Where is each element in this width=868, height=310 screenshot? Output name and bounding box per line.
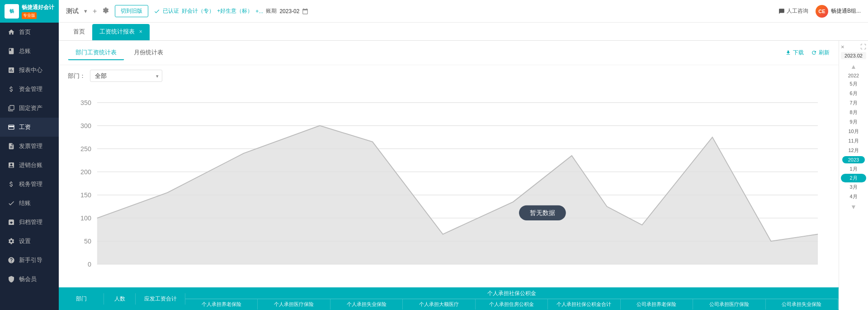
panel-close-icon[interactable]: ×: [841, 43, 844, 50]
svg-text:250: 250: [80, 145, 91, 153]
sidebar-item-settle[interactable]: 结账: [0, 194, 59, 213]
month-8[interactable]: 8月: [841, 108, 866, 117]
subtab-bar: 部门工资统计表 月份统计表 下载 刷新: [59, 41, 839, 65]
th-col-7: 公司承担养老保险: [621, 299, 693, 310]
content-area: 部门工资统计表 月份统计表 下载 刷新 部门：: [59, 41, 868, 310]
topbar-title: 测试: [66, 7, 79, 15]
year-2022-label: 2022: [848, 72, 859, 79]
sidebar-item-assets[interactable]: 固定资产: [0, 99, 59, 118]
topbar: 测试 ▾ + 切到旧版 已认证 好会计（专） +好生意（标） +... 账期 2…: [59, 0, 868, 23]
tax-icon: [7, 180, 15, 188]
tab-close-icon[interactable]: ×: [139, 29, 142, 35]
th-dept: 部门: [59, 293, 104, 305]
sidebar-item-settings[interactable]: 设置: [0, 232, 59, 251]
svg-text:50: 50: [84, 238, 91, 245]
month-9[interactable]: 9月: [841, 117, 866, 127]
table-header: 部门 人数 应发工资合计 个人承担社保公积金 个人承担养老保险 个人承担医疗保险…: [59, 287, 839, 310]
panel-scroll-up[interactable]: ▲: [849, 61, 859, 72]
th-col-5: 个人承担住房公积金: [476, 299, 548, 310]
th-personal-cols: 个人承担养老保险 个人承担医疗保险 个人承担失业保险 个人承担大额医疗 个人承担…: [185, 299, 838, 310]
sidebar: 畅 畅捷通好会计 专业版 首页 总账 报表中心 资金管理 固定资产: [0, 0, 59, 310]
th-col-8: 公司承担医疗保险: [693, 299, 765, 310]
user-menu[interactable]: CE 畅捷通B组...: [816, 5, 861, 18]
month-feb-2023[interactable]: 2月: [841, 174, 866, 182]
sidebar-item-archive[interactable]: 归档管理: [0, 213, 59, 232]
sidebar-item-guide[interactable]: 新手引导: [0, 251, 59, 270]
assets-icon: [7, 104, 15, 112]
tabbar: 首页 工资统计报表 ×: [59, 23, 868, 41]
th-personal-group: 个人承担社保公积金 个人承担养老保险 个人承担医疗保险 个人承担失业保险 个人承…: [185, 288, 839, 310]
month-10[interactable]: 10月: [841, 127, 866, 136]
topbar-right: 人工咨询 CE 畅捷通B组...: [778, 5, 861, 18]
th-salary-total: 应发工资合计: [136, 293, 185, 305]
th-col-4: 个人承担大额医疗: [403, 299, 475, 310]
topbar-dropdown-arrow[interactable]: ▾: [84, 8, 87, 14]
switch-old-button[interactable]: 切到旧版: [115, 5, 148, 17]
panel-expand-icon[interactable]: ⛶: [860, 43, 866, 50]
subtab-month[interactable]: 月份统计表: [126, 45, 171, 60]
topbar-add-button[interactable]: +: [93, 7, 97, 15]
chart-area: 350 300 250 200 150 100 50 0 暂无数据: [59, 86, 839, 287]
sidebar-item-reports[interactable]: 报表中心: [0, 61, 59, 80]
sidebar-item-home[interactable]: 首页: [0, 23, 59, 42]
archive-icon: [7, 218, 15, 226]
svg-text:0: 0: [88, 261, 91, 268]
year-2023-badge[interactable]: 2023: [842, 156, 865, 163]
current-year-display: 2023.02: [841, 52, 866, 59]
settings-icon: [7, 237, 15, 245]
svg-text:350: 350: [80, 99, 91, 106]
salary-chart: 350 300 250 200 150 100 50 0 暂无数据: [68, 91, 830, 287]
subtab-dept[interactable]: 部门工资统计表: [68, 45, 124, 60]
settle-icon: [7, 199, 15, 207]
th-col-3: 个人承担失业保险: [330, 299, 403, 310]
logo-text: 畅捷通好会计 专业版: [22, 4, 54, 19]
sidebar-item-trade[interactable]: 进销台账: [0, 156, 59, 175]
month-5[interactable]: 5月: [841, 79, 866, 89]
member-icon: [7, 275, 15, 283]
month-jan-2023[interactable]: 1月: [841, 164, 866, 174]
service-button[interactable]: 人工咨询: [778, 7, 808, 15]
panel-scroll-down[interactable]: ▼: [849, 201, 859, 212]
svg-text:300: 300: [80, 122, 91, 129]
month-12[interactable]: 12月: [841, 146, 866, 155]
tab-home[interactable]: 首页: [66, 24, 92, 40]
book-icon: [7, 47, 15, 55]
sidebar-item-tax[interactable]: 税务管理: [0, 175, 59, 194]
sidebar-item-invoice[interactable]: 发票管理: [0, 137, 59, 156]
chart-icon: [7, 66, 15, 74]
home-icon: [7, 28, 15, 36]
th-col-9: 公司承担失业保险: [766, 299, 838, 310]
sidebar-item-member[interactable]: 畅会员: [0, 270, 59, 289]
main-area: 测试 ▾ + 切到旧版 已认证 好会计（专） +好生意（标） +... 账期 2…: [59, 0, 868, 310]
invoice-icon: [7, 142, 15, 150]
filter-row: 部门： 全部 销售部 财务部 技术部 ▾: [59, 65, 839, 86]
subtab-right: 下载 刷新: [785, 49, 830, 57]
sidebar-item-funds[interactable]: 资金管理: [0, 80, 59, 99]
month-mar-2023[interactable]: 3月: [841, 182, 866, 192]
month-6[interactable]: 6月: [841, 89, 866, 98]
subtab-left: 部门工资统计表 月份统计表: [68, 45, 171, 60]
svg-text:200: 200: [80, 168, 91, 176]
dept-filter-select[interactable]: 全部 销售部 财务部 技术部: [90, 70, 162, 82]
logo-icon: 畅: [5, 4, 19, 19]
refresh-button[interactable]: 刷新: [811, 49, 830, 57]
salary-icon: [7, 123, 15, 131]
trade-icon: [7, 161, 15, 169]
svg-text:100: 100: [80, 215, 91, 222]
app-logo: 畅 畅捷通好会计 专业版: [0, 0, 59, 23]
avatar: CE: [816, 5, 828, 18]
guide-icon: [7, 256, 15, 264]
download-button[interactable]: 下载: [785, 49, 804, 57]
topbar-status: 已认证 好会计（专） +好生意（标） +... 账期 2023-02: [154, 7, 308, 15]
sidebar-item-ledger[interactable]: 总账: [0, 42, 59, 61]
th-col-1: 个人承担养老保险: [185, 299, 258, 310]
tab-salary[interactable]: 工资统计报表 ×: [92, 24, 150, 40]
month-apr-2023[interactable]: 4月: [841, 192, 866, 201]
panel-topbar: × ⛶: [841, 43, 866, 50]
topbar-settings-icon[interactable]: [102, 7, 109, 15]
right-panel: × ⛶ 2023.02 ▲ 2022 5月 6月 7月 8月 9月 10月 11…: [839, 41, 868, 310]
th-col-6: 个人承担社保公积金合计: [548, 299, 620, 310]
sidebar-item-salary[interactable]: 工资: [0, 118, 59, 137]
month-7[interactable]: 7月: [841, 98, 866, 108]
month-11[interactable]: 11月: [841, 136, 866, 146]
